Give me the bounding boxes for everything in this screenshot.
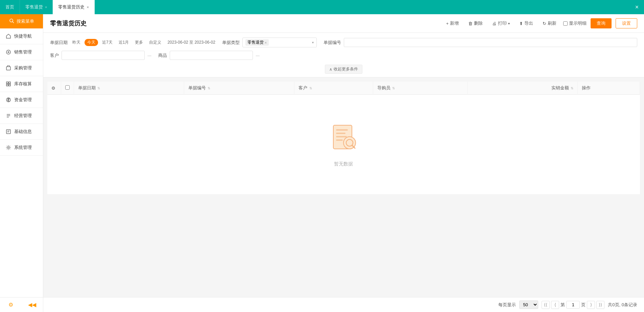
sidebar-item-basic-info[interactable]: 基础信息 [0,124,43,140]
tab-home[interactable]: 首页 [0,0,20,14]
delete-icon: 🗑 [468,21,473,26]
tab-retail-return-label: 零售退货 [25,4,43,10]
print-label: 打印 [498,20,507,26]
filter-doc-type: 单据类型 零售退货 × ▾ [222,38,317,47]
filter-goods: 商品 ··· [158,51,260,60]
show-detail-input[interactable] [563,21,568,26]
doc-type-label: 单据类型 [222,40,240,46]
sidebar-item-quick-nav-label: 快捷导航 [14,33,32,39]
customer-input[interactable] [62,51,145,60]
per-page-select[interactable]: 50 10 20 100 [519,300,538,309]
tab-retail-return[interactable]: 零售退货 × [20,0,53,14]
sidebar-item-operations[interactable]: 经营管理 [0,108,43,124]
doc-no-input[interactable] [344,38,637,47]
th-amount-label: 实销金额 [551,85,569,90]
new-label: 新增 [450,20,459,26]
page-unit: 页 [581,302,586,308]
prev-page-button[interactable]: ⟨ [551,301,559,309]
sidebar-item-system-mgmt[interactable]: 系统管理 [0,140,43,156]
close-retail-return-history-icon[interactable]: × [87,5,89,9]
sidebar-item-purchase-mgmt-label: 采购管理 [14,65,32,71]
close-retail-return-icon[interactable]: × [45,5,47,9]
show-detail-checkbox[interactable]: 显示明细 [563,20,587,26]
th-amount-sort-icon: ⇅ [571,86,573,90]
first-page-button[interactable]: ⟨⟨ [542,301,550,309]
sidebar-item-basic-info-label: 基础信息 [14,129,32,135]
last-page-button[interactable]: ⟩⟩ [596,301,604,309]
window-close-button[interactable]: × [630,0,644,14]
filter-row-2: 客户 ··· 商品 ··· [50,51,637,60]
goods-more-icon[interactable]: ··· [256,53,260,58]
print-button[interactable]: 🖨 打印 ▾ [490,19,512,28]
th-date[interactable]: 单据日期 ⇅ [74,82,184,95]
svg-line-1 [13,22,14,23]
sidebar-item-operations-label: 经营管理 [14,113,32,119]
select-all-checkbox[interactable] [65,85,70,90]
sidebar-search[interactable]: 搜索菜单 [0,14,43,28]
th-action: 操作 [578,82,640,95]
table-settings-icon[interactable]: ⚙ [51,86,55,91]
th-guide[interactable]: 导购员 ⇅ [373,82,467,95]
refresh-button[interactable]: ↻ 刷新 [540,19,559,28]
date-btn-custom[interactable]: 自定义 [147,39,163,46]
new-button[interactable]: + 新增 [443,19,461,28]
settings-button[interactable]: ⚙ [6,300,16,310]
customer-label: 客户 [50,52,59,59]
page-header: 零售退货历史 + 新增 🗑 删除 🖨 打印 ▾ ⬆ 导出 [43,14,644,33]
svg-rect-13 [336,133,345,134]
th-checkbox[interactable] [61,82,74,95]
sidebar-item-inventory[interactable]: 库存核算 [0,76,43,92]
next-page-button[interactable]: ⟩ [587,301,595,309]
date-btn-more[interactable]: 更多 [133,39,145,46]
svg-rect-12 [336,129,348,131]
th-amount[interactable]: 实销金额 ⇅ [468,82,578,95]
collapse-up-icon: ∧ [329,67,332,72]
th-customer[interactable]: 客户 ⇅ [294,82,373,95]
collapse-button[interactable]: ∧ 收起更多条件 [325,65,362,74]
sidebar-item-capital[interactable]: 资金管理 [0,92,43,108]
tab-retail-return-history[interactable]: 零售退货历史 × [53,0,94,14]
query-button[interactable]: 查询 [591,18,612,28]
doc-type-select[interactable]: 零售退货 × ▾ [242,38,317,47]
print-icon: 🖨 [492,21,497,26]
goods-input[interactable] [170,51,253,60]
tab-home-label: 首页 [5,4,14,10]
export-button[interactable]: ⬆ 导出 [517,19,536,28]
th-settings[interactable]: ⚙ [47,82,61,95]
th-action-label: 操作 [582,85,591,90]
table-area: ⚙ 单据日期 ⇅ 单据编号 ⇅ [43,77,644,297]
operations-icon [5,113,11,119]
sound-button[interactable]: ◀◀ [27,300,37,310]
sidebar: 搜索菜单 快捷导航 销售管理 [0,14,43,312]
sidebar-item-capital-label: 资金管理 [14,97,32,103]
show-detail-label: 显示明细 [569,20,587,26]
date-btn-7days[interactable]: 近7天 [100,39,115,46]
date-range-value: 2023-06-02 至 2023-06-02 [167,40,215,45]
refresh-label: 刷新 [548,20,556,26]
svg-rect-9 [6,130,10,134]
date-btn-1month[interactable]: 近1月 [117,39,131,46]
capital-icon [5,97,11,103]
date-btn-today[interactable]: 今天 [85,39,98,46]
table-body: 暂无数据 [47,95,640,195]
delete-button[interactable]: 🗑 删除 [466,19,485,28]
collapse-label: 收起更多条件 [334,66,358,72]
th-doc-no[interactable]: 单据编号 ⇅ [184,82,294,95]
sidebar-item-purchase-mgmt[interactable]: 采购管理 [0,60,43,76]
page-input[interactable] [566,301,580,309]
setting-button[interactable]: 设置 [616,18,637,28]
sidebar-item-system-mgmt-label: 系统管理 [14,144,32,151]
sidebar-item-sales-mgmt[interactable]: 销售管理 [0,44,43,60]
pagination: 每页显示 50 10 20 100 ⟨⟨ ⟨ 第 页 ⟩ ⟩⟩ 共0页, 0条记… [43,297,644,312]
doc-type-tag-remove[interactable]: × [265,41,267,45]
search-icon [9,18,15,25]
th-doc-no-label: 单据编号 [188,85,206,90]
data-table: ⚙ 单据日期 ⇅ 单据编号 ⇅ [47,82,640,194]
svg-rect-3 [6,67,10,70]
system-icon [5,144,11,151]
date-btn-yesterday[interactable]: 昨天 [70,39,82,46]
sidebar-item-quick-nav[interactable]: 快捷导航 [0,28,43,44]
empty-text: 暂无数据 [334,161,353,167]
customer-more-icon[interactable]: ··· [147,53,151,58]
sidebar-item-sales-mgmt-label: 销售管理 [14,49,32,55]
